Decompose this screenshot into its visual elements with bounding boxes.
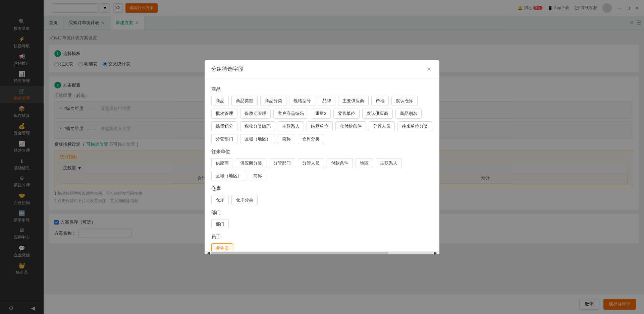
- field-warehouse-cat[interactable]: 仓库分类: [231, 195, 258, 205]
- field-batch-mgmt[interactable]: 批次管理: [211, 109, 237, 119]
- section-dept: 部门 部门: [211, 210, 433, 229]
- field-default-warehouse[interactable]: 默认仓库: [391, 96, 418, 106]
- field-warehouse-category[interactable]: 仓库分类: [298, 134, 324, 144]
- field-payment-condition[interactable]: 付款条件: [327, 158, 353, 168]
- field-salesperson[interactable]: 业务员: [211, 243, 233, 251]
- field-dept[interactable]: 部门: [211, 219, 229, 229]
- section-goods: 商品 商品 商品类型 商品分类 规格型号 品牌 主要供应商 产地 默认仓库 批次…: [211, 86, 433, 144]
- hscroll-left-btn[interactable]: ◀: [206, 251, 211, 254]
- field-origin[interactable]: 产地: [371, 96, 389, 106]
- field-partner-manager[interactable]: 分管人员: [298, 158, 324, 168]
- dept-field-grid: 部门: [211, 219, 433, 229]
- field-main-contact[interactable]: 主联系人: [278, 121, 304, 131]
- field-settle-unit[interactable]: 结算单位: [307, 121, 333, 131]
- field-payment-terms[interactable]: 收付款条件: [335, 121, 366, 131]
- field-retail-unit[interactable]: 零售单位: [333, 109, 360, 119]
- field-supplier[interactable]: 供应商: [211, 158, 233, 168]
- field-tax-code[interactable]: 税收分类编码: [240, 121, 275, 131]
- field-goods-category[interactable]: 商品分类: [260, 96, 286, 106]
- field-district[interactable]: 地区: [356, 158, 373, 168]
- warehouse-field-grid: 仓库 仓库分类: [211, 195, 433, 205]
- field-quality-mgmt[interactable]: 保质期管理: [240, 109, 271, 119]
- field-abbr-goods[interactable]: 简称: [278, 134, 295, 144]
- field-partner-contact[interactable]: 主联系人: [376, 158, 402, 168]
- field-partner-category[interactable]: 往来单位分类: [397, 121, 432, 131]
- field-main-supplier[interactable]: 主要供应商: [338, 96, 369, 106]
- partner-field-grid: 供应商 供应商分类 分管部门 分管人员 付款条件 地区 主联系人 区域（地区） …: [211, 158, 433, 181]
- modal-horizontal-scrollbar[interactable]: ◀ ▶: [205, 251, 439, 254]
- field-region-partner[interactable]: 区域（地区）: [211, 171, 246, 181]
- field-goods-type[interactable]: 商品类型: [231, 96, 258, 106]
- modal-title: 分组待选字段: [211, 66, 244, 73]
- field-partner-dept[interactable]: 分管部门: [269, 158, 295, 168]
- field-spec-model[interactable]: 规格型号: [289, 96, 315, 106]
- modal-close-button[interactable]: ✕: [425, 65, 433, 73]
- section-title-goods: 商品: [211, 86, 433, 92]
- section-title-warehouse: 仓库: [211, 186, 433, 192]
- field-region-goods[interactable]: 区域（地区）: [240, 134, 275, 144]
- modal-header: 分组待选字段 ✕: [205, 60, 439, 79]
- section-title-dept: 部门: [211, 210, 433, 216]
- field-warehouse[interactable]: 仓库: [211, 195, 229, 205]
- field-weight3[interactable]: 重量3: [311, 109, 331, 119]
- section-partner: 往来单位 供应商 供应商分类 分管部门 分管人员 付款条件 地区 主联系人 区域…: [211, 149, 433, 181]
- hscroll-thumb[interactable]: [211, 252, 388, 254]
- hscroll-right-btn[interactable]: ▶: [433, 251, 438, 254]
- hscroll-track: [211, 252, 433, 254]
- field-default-supplier[interactable]: 默认供应商: [362, 109, 393, 119]
- field-goods[interactable]: 商品: [211, 96, 229, 106]
- field-manager[interactable]: 分管人员: [369, 121, 395, 131]
- section-title-employee: 员工: [211, 234, 433, 240]
- goods-field-grid: 商品 商品类型 商品分类 规格型号 品牌 主要供应商 产地 默认仓库 批次管理 …: [211, 96, 433, 144]
- field-pick-points[interactable]: 拣货积分: [211, 121, 237, 131]
- employee-field-grid: 业务员: [211, 243, 433, 251]
- field-goods-alias[interactable]: 商品别名: [395, 109, 422, 119]
- modal-dialog: 分组待选字段 ✕ 商品 商品 商品类型 商品分类 规格型号 品牌 主要供应商 产…: [205, 60, 439, 254]
- section-warehouse: 仓库 仓库 仓库分类: [211, 186, 433, 205]
- field-customer-code[interactable]: 客户商品编码: [273, 109, 308, 119]
- modal-body: 商品 商品 商品类型 商品分类 规格型号 品牌 主要供应商 产地 默认仓库 批次…: [205, 79, 439, 251]
- section-title-partner: 往来单位: [211, 149, 433, 155]
- field-abbr-partner[interactable]: 简称: [249, 171, 266, 181]
- field-brand[interactable]: 品牌: [318, 96, 335, 106]
- section-employee: 员工 业务员: [211, 234, 433, 251]
- field-supplier-category[interactable]: 供应商分类: [236, 158, 266, 168]
- modal-overlay[interactable]: 分组待选字段 ✕ 商品 商品 商品类型 商品分类 规格型号 品牌 主要供应商 产…: [0, 0, 644, 314]
- field-mgmt-dept[interactable]: 分管部门: [211, 134, 237, 144]
